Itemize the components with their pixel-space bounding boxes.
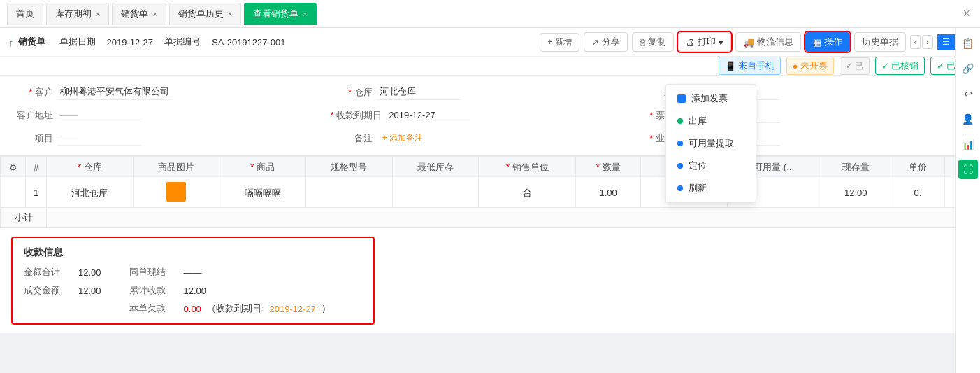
dropdown-outbound[interactable]: 出库 xyxy=(666,110,756,132)
tab-home-label: 首页 xyxy=(16,8,34,20)
address-value[interactable]: —— xyxy=(57,108,141,122)
sidebar-icon-chart[interactable]: 📊 xyxy=(958,134,978,154)
logistics-button[interactable]: 🚚 物流信息 xyxy=(735,32,801,52)
td-subtotal-empty xyxy=(47,208,980,228)
main-content: ↑ 销货单 单据日期 2019-12-27 单据编号 SA-20191227-0… xyxy=(0,28,980,333)
sidebar-icon-user[interactable]: 👤 xyxy=(958,109,978,129)
tab-sales-label: 销货单 xyxy=(121,8,148,20)
table-container: ⚙ # 仓库 商品图片 商品 规格型号 最低库存 销售单位 数量 包装数量 可用… xyxy=(0,155,980,228)
refresh-label: 刷新 xyxy=(689,182,707,195)
payment-info-box: 收款信息 金额合计 12.00 成交金额 12.00 同单现结 —— xyxy=(11,237,375,325)
tab-home[interactable]: 首页 xyxy=(7,3,43,25)
dropdown-refresh[interactable]: 刷新 xyxy=(666,177,756,199)
add-invoice-icon xyxy=(677,94,686,103)
list-view-button[interactable]: ☰ xyxy=(937,34,955,50)
td-stock: 12.00 xyxy=(821,178,891,208)
form-fields: 客户 柳州粤港平安气体有限公司 仓库 河北仓库 业务员 演示账号 客户地址 ——… xyxy=(0,76,980,155)
locate-icon xyxy=(677,163,683,169)
dropdown-locate[interactable]: 定位 xyxy=(666,155,756,177)
payment-title: 收款信息 xyxy=(24,246,362,259)
sidebar-icon-document[interactable]: 📋 xyxy=(958,34,978,53)
table-row: 1 河北仓库 嗝嗝嗝嗝 台 1.00 1台 12.00 0. xyxy=(1,178,980,208)
sold-check-icon: ✓ xyxy=(881,61,889,71)
tab-inventory-close[interactable]: × xyxy=(96,10,100,18)
th-product: 商品 xyxy=(219,157,306,178)
td-warehouse: 河北仓库 xyxy=(47,178,134,208)
history-button[interactable]: 历史单据 xyxy=(854,32,906,52)
cumulative-row: 累计收款 12.00 xyxy=(129,284,331,297)
td-unit: 台 xyxy=(479,178,576,208)
nav-arrows: ‹ › xyxy=(910,35,933,49)
new-button[interactable]: + 新增 xyxy=(540,33,579,52)
th-gear: ⚙ xyxy=(1,157,26,178)
td-product: 嗝嗝嗝嗝 xyxy=(219,178,306,208)
tab-sales[interactable]: 销货单 × xyxy=(112,3,166,25)
deal-row: 成交金额 12.00 xyxy=(24,284,101,297)
customer-field: 客户 柳州粤港平安气体有限公司 xyxy=(11,84,331,100)
sold-button[interactable]: ✓ 已核销 xyxy=(875,57,925,75)
share-button[interactable]: ↗ 分享 xyxy=(584,32,628,52)
from-phone-button[interactable]: 📱 来自手机 xyxy=(719,57,781,75)
sidebar-icon-link[interactable]: 🔗 xyxy=(958,59,978,78)
tab-sales-history-close[interactable]: × xyxy=(228,10,232,18)
payment-rows: 金额合计 12.00 成交金额 12.00 同单现结 —— 累计收款 xyxy=(24,266,362,315)
outbound-icon xyxy=(677,118,683,124)
tab-inventory[interactable]: 库存期初 × xyxy=(46,3,109,25)
deal-value: 12.00 xyxy=(78,286,101,296)
amount-row: 金额合计 12.00 xyxy=(24,266,101,279)
dropdown-available-pickup[interactable]: 可用量提取 xyxy=(666,132,756,155)
settlement-label: 同单现结 xyxy=(129,266,178,279)
copy-button[interactable]: ⎘ 复制 xyxy=(632,32,674,52)
form-title-area: ↑ 销货单 xyxy=(8,36,45,48)
number-label: 单据编号 xyxy=(164,36,201,48)
form-toolbar: ↑ 销货单 单据日期 2019-12-27 单据编号 SA-20191227-0… xyxy=(0,28,980,57)
logistics-icon: 🚚 xyxy=(743,37,754,48)
effect-check-icon: ✓ xyxy=(937,61,944,71)
settlement-value: —— xyxy=(184,267,202,278)
tab-view-sales-close[interactable]: × xyxy=(303,10,307,18)
project-label: 项目 xyxy=(11,132,53,145)
td-spec xyxy=(305,178,392,208)
outbound-label: 出库 xyxy=(689,115,707,127)
cumulative-value: 12.00 xyxy=(184,286,207,296)
customer-value[interactable]: 柳州粤港平安气体有限公司 xyxy=(57,84,172,100)
confirm-button[interactable]: ✓ 已 xyxy=(840,57,870,75)
sidebar-icon-expand[interactable]: ⛶ xyxy=(958,160,978,179)
tab-bar: 首页 库存期初 × 销货单 × 销货单历史 × 查看销货单 × × xyxy=(0,0,980,28)
window-close-button[interactable]: × xyxy=(960,3,973,24)
deal-label: 成交金额 xyxy=(24,284,73,297)
due-date: 2019-12-27 xyxy=(269,304,316,314)
not-open-button[interactable]: ● 未开票 xyxy=(786,57,834,75)
operate-button[interactable]: ▦ 操作 xyxy=(805,32,850,52)
warehouse-value[interactable]: 河北仓库 xyxy=(377,84,461,100)
td-min-stock xyxy=(392,178,479,208)
refresh-icon xyxy=(677,185,683,191)
form-meta: 单据日期 2019-12-27 单据编号 SA-20191227-001 xyxy=(59,36,286,48)
share-label: 分享 xyxy=(602,36,620,48)
tab-sales-close[interactable]: × xyxy=(152,10,157,18)
available-pickup-label: 可用量提取 xyxy=(689,137,734,150)
cumulative-label: 累计收款 xyxy=(129,284,178,297)
next-button[interactable]: › xyxy=(922,35,933,49)
due-note: （收款到期日: xyxy=(207,302,264,315)
operate-grid-icon: ▦ xyxy=(813,37,821,48)
dropdown-add-invoice[interactable]: 添加发票 xyxy=(666,87,756,110)
add-note-button[interactable]: + 添加备注 xyxy=(377,130,428,146)
form-row-2: 客户地址 —— 收款到期日 2019-12-27 票据类型 不开票 xyxy=(11,107,969,123)
table-header-row: ⚙ # 仓库 商品图片 商品 规格型号 最低库存 销售单位 数量 包装数量 可用… xyxy=(1,157,980,178)
phone-icon: 📱 xyxy=(725,61,736,71)
share-icon: ↗ xyxy=(591,37,599,48)
sidebar-icon-undo[interactable]: ↩ xyxy=(958,84,978,104)
from-phone-label: 来自手机 xyxy=(738,59,774,72)
form-title-text: 销货单 xyxy=(18,36,45,48)
print-button[interactable]: 🖨 打印 ▾ xyxy=(678,32,731,52)
payment-date-value[interactable]: 2019-12-27 xyxy=(386,108,470,122)
note-label: 备注 xyxy=(331,132,373,145)
tab-sales-history[interactable]: 销货单历史 × xyxy=(169,3,241,25)
not-open-dot: ● xyxy=(793,61,798,71)
sales-table: ⚙ # 仓库 商品图片 商品 规格型号 最低库存 销售单位 数量 包装数量 可用… xyxy=(0,156,980,228)
tab-view-sales[interactable]: 查看销货单 × xyxy=(244,3,316,25)
prev-button[interactable]: ‹ xyxy=(910,35,921,49)
settlement-row: 同单现结 —— xyxy=(129,266,331,279)
project-value[interactable]: —— xyxy=(57,132,141,146)
